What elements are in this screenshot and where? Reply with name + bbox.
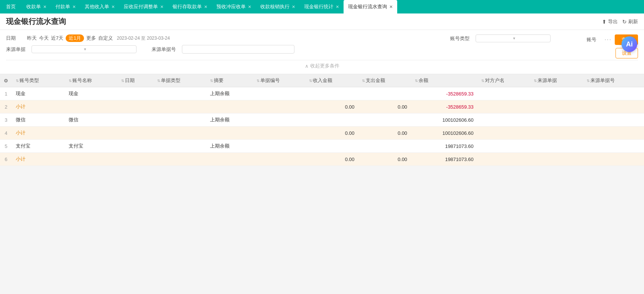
cell-date <box>117 113 153 127</box>
cell-account-type: 小计 <box>12 127 65 140</box>
date-options: 昨天 今天 近7天 近1月 更多 自定义 2023-02-24 至 2023-0… <box>27 34 170 42</box>
date-opt-7days[interactable]: 近7天 <box>51 35 63 42</box>
close-icon[interactable]: ✕ <box>43 4 47 9</box>
cell-date <box>117 140 153 153</box>
cell-doc-type <box>153 113 206 127</box>
cell-summary: 上期余额 <box>206 113 253 127</box>
column-doc-type[interactable]: ⇅单据类型 <box>153 74 206 87</box>
date-opt-1month[interactable]: 近1月 <box>66 34 84 42</box>
nav-tab-yinhang[interactable]: 银行存取款单 ✕ <box>168 0 212 13</box>
cell-source-doc <box>530 100 583 113</box>
source-doc-num-input[interactable] <box>182 45 294 54</box>
date-opt-custom[interactable]: 自定义 <box>98 35 113 42</box>
cell-summary <box>206 100 253 113</box>
column-income[interactable]: ⇅收入金额 <box>305 74 358 87</box>
row-number: 3 <box>0 113 12 127</box>
row-number: 1 <box>0 87 12 100</box>
cell-balance: -3528659.33 <box>411 100 477 113</box>
close-icon[interactable]: ✕ <box>389 4 393 9</box>
cell-source-doc-no <box>583 127 644 140</box>
filter-area: 日期 昨天 今天 近7天 近1月 更多 自定义 2023-02-24 至 202… <box>0 30 644 74</box>
cell-doc-type <box>153 140 206 153</box>
nav-tab-shoukuandan[interactable]: 收款单 ✕ <box>22 0 51 13</box>
close-icon[interactable]: ✕ <box>204 4 207 9</box>
nav-tab-fukuandan[interactable]: 付款单 ✕ <box>51 0 80 13</box>
cell-source-doc <box>530 140 583 153</box>
cell-summary <box>206 153 253 166</box>
column-doc-no[interactable]: ⇅单据编号 <box>253 74 306 87</box>
close-icon[interactable]: ✕ <box>72 4 76 9</box>
close-icon[interactable]: ✕ <box>292 4 295 9</box>
column-source-doc[interactable]: ⇅来源单据 <box>530 74 583 87</box>
cell-source-doc-no <box>583 87 644 100</box>
close-icon[interactable]: ✕ <box>111 4 115 9</box>
column-summary[interactable]: ⇅摘要 <box>206 74 253 87</box>
page-title: 现金银行流水查询 <box>6 16 66 27</box>
source-doc-num-label: 来源单据号 <box>152 46 176 53</box>
table-row: 5 支付宝 支付宝 上期余额 19871073.60 <box>0 140 644 153</box>
cell-account-type: 小计 <box>12 100 65 113</box>
cell-doc-type <box>153 153 206 166</box>
cell-income: 0.00 <box>305 153 358 166</box>
nav-tab-yushou[interactable]: 预收冲应收单 ✕ <box>212 0 256 13</box>
chevron-down-icon: ▾ <box>513 36 547 41</box>
cell-counterparty <box>477 153 530 166</box>
filter-row-date: 日期 昨天 今天 近7天 近1月 更多 自定义 2023-02-24 至 202… <box>6 34 441 42</box>
nav-tab-liushuichaxun[interactable]: 现金银行流水查询 ✕ <box>344 0 397 13</box>
refresh-icon: ↻ <box>622 19 627 25</box>
column-account-name[interactable]: ⇅账号名称 <box>65 74 118 87</box>
nav-tab-xianjintongji[interactable]: 现金银行统计 ✕ <box>300 0 344 13</box>
cell-account-name: 微信 <box>65 113 118 127</box>
column-balance[interactable]: ⇅余额 <box>411 74 477 87</box>
cell-doc-no <box>253 127 306 140</box>
cell-source-doc-no <box>583 100 644 113</box>
column-expense[interactable]: ⇅支出金额 <box>358 74 411 87</box>
cell-doc-no <box>253 87 306 100</box>
account-type-select[interactable]: ▾ <box>476 34 551 42</box>
close-icon[interactable]: ✕ <box>248 4 251 9</box>
cell-date <box>117 100 153 113</box>
table-row: 3 微信 微信 上期余额 100102606.60 <box>0 113 644 127</box>
date-opt-today[interactable]: 今天 <box>39 35 49 42</box>
column-account-type[interactable]: ⇅账号类型 <box>12 74 65 87</box>
date-opt-more[interactable]: 更多 <box>86 35 96 42</box>
nav-tab-qitashourudan[interactable]: 其他收入单 ✕ <box>80 0 119 13</box>
cell-account-type: 小计 <box>12 153 65 166</box>
close-icon[interactable]: ✕ <box>160 4 164 9</box>
nav-tab-yingshou[interactable]: 应收应付调整单 ✕ <box>119 0 168 13</box>
nav-home[interactable]: 首页 <box>0 0 22 13</box>
source-doc-select[interactable]: ▾ <box>32 45 137 53</box>
table-row: 2 小计 0.00 0.00 -3528659.33 <box>0 100 644 113</box>
cell-income: 0.00 <box>305 127 358 140</box>
column-gear[interactable]: ⚙ <box>0 74 12 87</box>
account-dots-button[interactable]: ··· <box>605 36 612 43</box>
table-row: 1 现金 现金 上期余额 -3528659.33 <box>0 87 644 100</box>
cell-doc-no <box>253 100 306 113</box>
column-counterparty[interactable]: ⇅对方户名 <box>477 74 530 87</box>
cell-expense: 0.00 <box>358 153 411 166</box>
collapse-filter-button[interactable]: ∧ 收起更多条件 <box>6 60 638 69</box>
column-source-doc-no[interactable]: ⇅来源单据号 <box>583 74 644 87</box>
cell-income: 0.00 <box>305 100 358 113</box>
cell-balance: -3528659.33 <box>411 87 477 100</box>
column-date[interactable]: ⇅日期 <box>117 74 153 87</box>
cell-summary: 上期余额 <box>206 87 253 100</box>
filter-row-source: 来源单据 ▾ 来源单据号 <box>6 45 441 54</box>
cell-source-doc <box>530 87 583 100</box>
close-icon[interactable]: ✕ <box>336 4 339 9</box>
cell-account-type: 现金 <box>12 87 65 100</box>
cell-expense <box>358 87 411 100</box>
cell-doc-no <box>253 140 306 153</box>
cell-account-name <box>65 153 118 166</box>
refresh-button[interactable]: ↻ 刷新 <box>622 18 638 25</box>
ai-assistant-button[interactable]: Ai <box>621 36 637 52</box>
top-nav: 首页 收款单 ✕ 付款单 ✕ 其他收入单 ✕ 应收应付调整单 ✕ 银行存取款单 … <box>0 0 644 13</box>
cell-balance: 19871073.60 <box>411 153 477 166</box>
nav-tab-shoukuanhexiao[interactable]: 收款核销执行 ✕ <box>256 0 300 13</box>
cell-counterparty <box>477 127 530 140</box>
cell-balance: 100102606.60 <box>411 127 477 140</box>
export-button[interactable]: ⬆ 导出 <box>602 18 618 25</box>
cell-date <box>117 153 153 166</box>
cell-balance: 100102606.60 <box>411 113 477 127</box>
date-opt-yesterday[interactable]: 昨天 <box>27 35 37 42</box>
